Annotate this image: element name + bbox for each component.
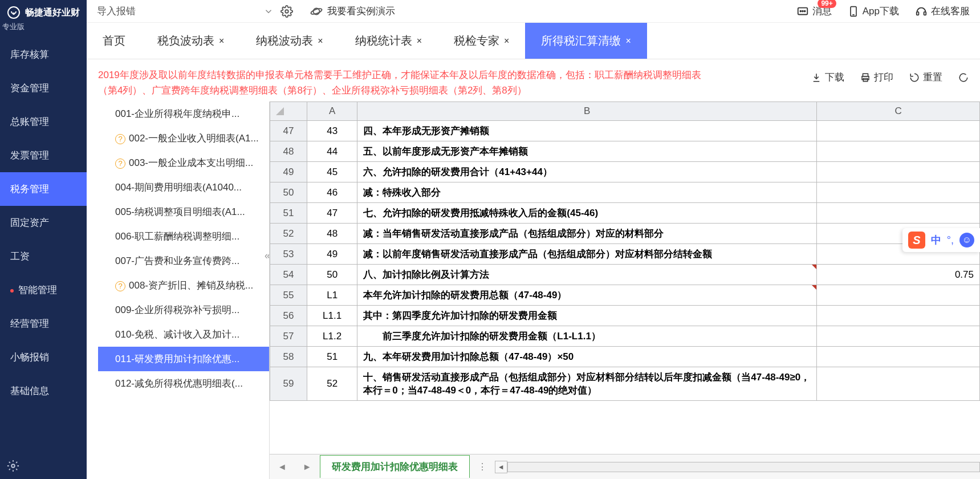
- cell-a[interactable]: 52: [307, 367, 357, 401]
- tree-item-0[interactable]: 001-企业所得税年度纳税申...: [98, 102, 269, 126]
- cell-b[interactable]: 减：以前年度销售研发活动直接形成产品（包括组成部分）对应材料部分结转金额: [357, 244, 817, 265]
- refresh-icon[interactable]: [958, 72, 969, 83]
- cell-b[interactable]: 十、销售研发活动直接形成产品（包括组成部分）对应材料部分结转以后年度扣减金额（当…: [357, 367, 817, 401]
- row-header[interactable]: 54: [270, 265, 307, 285]
- col-header-c[interactable]: C: [817, 102, 980, 121]
- cell-c[interactable]: [817, 162, 980, 182]
- cell-c[interactable]: [817, 121, 980, 141]
- row-header[interactable]: 51: [270, 203, 307, 224]
- sheet-menu-icon[interactable]: ⋮: [478, 461, 487, 472]
- close-icon[interactable]: ×: [625, 36, 631, 46]
- cell-a[interactable]: L1.1: [307, 306, 357, 326]
- row-header[interactable]: 48: [270, 141, 307, 162]
- download-button[interactable]: 下载: [811, 71, 844, 84]
- close-icon[interactable]: ×: [417, 36, 422, 46]
- cell-c[interactable]: [817, 326, 980, 347]
- print-button[interactable]: 打印: [860, 71, 893, 84]
- sidebar-item-5[interactable]: 固定资产: [0, 206, 87, 240]
- cell-b[interactable]: 八、加计扣除比例及计算方法: [357, 265, 817, 285]
- cell-a[interactable]: 45: [307, 162, 357, 182]
- row-header[interactable]: 50: [270, 182, 307, 203]
- sidebar-item-3[interactable]: 发票管理: [0, 139, 87, 172]
- cell-c[interactable]: 0.75: [817, 265, 980, 285]
- horizontal-scrollbar[interactable]: ◄: [495, 461, 980, 473]
- tab-0[interactable]: 首页: [87, 23, 141, 59]
- tab-3[interactable]: 纳税统计表×: [339, 23, 438, 59]
- tree-item-10[interactable]: 011-研发费用加计扣除优惠...: [98, 347, 269, 371]
- sheet-next[interactable]: ►: [295, 462, 320, 472]
- row-header[interactable]: 52: [270, 224, 307, 244]
- row-header[interactable]: 49: [270, 162, 307, 182]
- sheet-prev[interactable]: ◄: [270, 462, 295, 472]
- cell-a[interactable]: L1.2: [307, 326, 357, 347]
- tree-item-4[interactable]: 005-纳税调整项目明细表(A1...: [98, 200, 269, 224]
- sidebar-item-7[interactable]: 智能管理: [0, 273, 87, 307]
- row-header[interactable]: 55: [270, 285, 307, 306]
- cell-b[interactable]: 其中：第四季度允许加计扣除的研发费用金额: [357, 306, 817, 326]
- demo-link[interactable]: 我要看实例演示: [310, 5, 395, 18]
- row-header[interactable]: 57: [270, 326, 307, 347]
- message-button[interactable]: 消息 99+: [796, 5, 832, 18]
- tab-1[interactable]: 税负波动表×: [141, 23, 240, 59]
- grid-wrap[interactable]: A B C 4743四、本年形成无形资产摊销额4844五、以前年度形成无形资产本…: [270, 102, 980, 454]
- sidebar-item-1[interactable]: 资金管理: [0, 71, 87, 105]
- tree-item-3[interactable]: 004-期间费用明细表(A1040...: [98, 175, 269, 200]
- sidebar-item-8[interactable]: 经营管理: [0, 307, 87, 340]
- tree-item-2[interactable]: ?003-一般企业成本支出明细...: [98, 151, 269, 175]
- col-header-b[interactable]: B: [357, 102, 817, 121]
- close-icon[interactable]: ×: [219, 36, 224, 46]
- cell-a[interactable]: 44: [307, 141, 357, 162]
- sheet-tab-active[interactable]: 研发费用加计扣除优惠明细表: [320, 455, 470, 478]
- cell-a[interactable]: 51: [307, 347, 357, 367]
- tree-item-7[interactable]: ?008-资产折旧、摊销及纳税...: [98, 273, 269, 298]
- cell-b[interactable]: 减：特殊收入部分: [357, 182, 817, 203]
- ime-widget[interactable]: S 中 °, ☺: [902, 228, 980, 252]
- cell-a[interactable]: 49: [307, 244, 357, 265]
- cell-a[interactable]: 50: [307, 265, 357, 285]
- scroll-left-button[interactable]: ◄: [495, 461, 507, 473]
- scroll-track[interactable]: [507, 462, 980, 472]
- tab-5[interactable]: 所得税汇算清缴×: [525, 23, 646, 59]
- gear-icon[interactable]: [280, 5, 293, 18]
- row-header[interactable]: 59: [270, 367, 307, 401]
- cell-c[interactable]: [817, 367, 980, 401]
- corner-cell[interactable]: [270, 102, 307, 121]
- tree-item-6[interactable]: 007-广告费和业务宣传费跨...: [98, 249, 269, 273]
- tree-item-9[interactable]: 010-免税、减计收入及加计...: [98, 322, 269, 347]
- cell-a[interactable]: 48: [307, 224, 357, 244]
- tree-item-1[interactable]: ?002-一般企业收入明细表(A1...: [98, 126, 269, 151]
- sidebar-item-6[interactable]: 工资: [0, 240, 87, 273]
- sidebar-item-2[interactable]: 总账管理: [0, 105, 87, 139]
- row-header[interactable]: 53: [270, 244, 307, 265]
- cell-b[interactable]: 本年允许加计扣除的研发费用总额（47-48-49）: [357, 285, 817, 306]
- cell-b[interactable]: 前三季度允许加计扣除的研发费用金额（L1-L1.1）: [357, 326, 817, 347]
- cell-c[interactable]: [817, 182, 980, 203]
- cell-a[interactable]: L1: [307, 285, 357, 306]
- row-header[interactable]: 58: [270, 347, 307, 367]
- cell-c[interactable]: [817, 285, 980, 306]
- close-icon[interactable]: ×: [318, 36, 323, 46]
- tree-item-8[interactable]: 009-企业所得税弥补亏损明...: [98, 298, 269, 322]
- online-service-button[interactable]: 在线客服: [915, 5, 970, 18]
- tree-item-11[interactable]: 012-减免所得税优惠明细表(...: [98, 371, 269, 396]
- reset-button[interactable]: 重置: [909, 71, 942, 84]
- cell-b[interactable]: 五、以前年度形成无形资产本年摊销额: [357, 141, 817, 162]
- app-download-button[interactable]: App下载: [848, 5, 899, 18]
- cell-b[interactable]: 六、允许扣除的研发费用合计（41+43+44）: [357, 162, 817, 182]
- sidebar-item-0[interactable]: 库存核算: [0, 38, 87, 71]
- settings-button[interactable]: [0, 453, 87, 479]
- cell-a[interactable]: 43: [307, 121, 357, 141]
- cell-b[interactable]: 九、本年研发费用加计扣除总额（47-48-49）×50: [357, 347, 817, 367]
- cell-c[interactable]: [817, 141, 980, 162]
- tree-item-5[interactable]: 006-职工薪酬纳税调整明细...: [98, 224, 269, 249]
- cell-a[interactable]: 46: [307, 182, 357, 203]
- close-icon[interactable]: ×: [504, 36, 509, 46]
- search-box[interactable]: 导入报错: [97, 5, 293, 18]
- collapse-handle[interactable]: «: [265, 250, 269, 262]
- cell-c[interactable]: [817, 203, 980, 224]
- cell-a[interactable]: 47: [307, 203, 357, 224]
- sidebar-item-10[interactable]: 基础信息: [0, 374, 87, 408]
- tab-4[interactable]: 税检专家×: [438, 23, 525, 59]
- cell-c[interactable]: [817, 306, 980, 326]
- col-header-a[interactable]: A: [307, 102, 357, 121]
